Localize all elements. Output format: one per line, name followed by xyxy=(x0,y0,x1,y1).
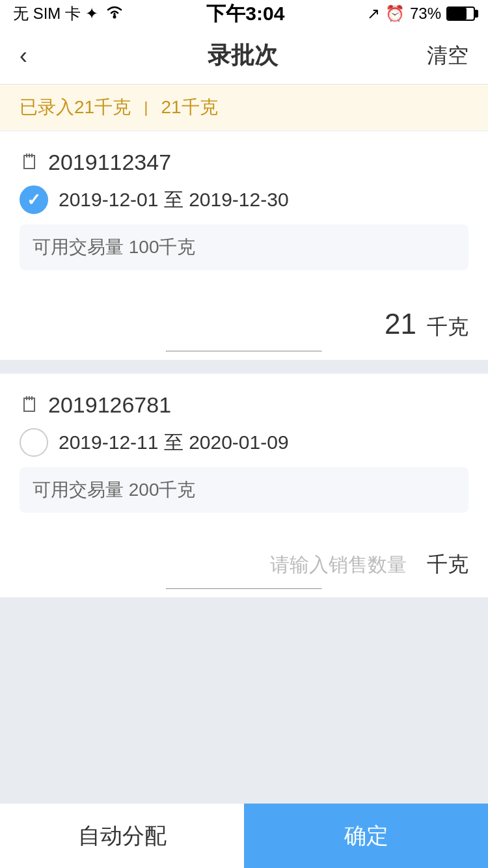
batch-date-row-2[interactable]: 2019-12-11 至 2020-01-09 xyxy=(20,428,468,457)
batch-header-2: 🗒 2019126781 xyxy=(20,392,468,418)
nav-bar: ‹ 录批次 清空 xyxy=(0,27,488,85)
confirm-button[interactable]: 确定 xyxy=(244,804,488,868)
status-bar: 无 SIM 卡 ✦ 下午3:04 ↗ ⏰ 73% xyxy=(0,0,488,27)
bottom-bar: 自动分配 确定 xyxy=(0,803,488,868)
avail-box-1: 可用交易量 100千克 xyxy=(20,224,468,270)
input-unit-2: 千克 xyxy=(427,550,468,579)
sim-label: 无 SIM 卡 ✦ xyxy=(13,3,98,24)
divider-1 xyxy=(166,351,322,352)
amount-value-1: 21 xyxy=(385,308,416,340)
location-icon: ↗ xyxy=(367,5,380,23)
batch-date-2: 2019-12-11 至 2020-01-09 xyxy=(59,429,289,456)
batch-card-1: 🗒 2019112347 ✓ 2019-12-01 至 2019-12-30 可… xyxy=(0,131,488,301)
recorded-value: 21千克 xyxy=(161,95,217,120)
batch-number-2: 2019126781 xyxy=(48,392,171,418)
alarm-icon: ⏰ xyxy=(385,5,405,23)
section-separator xyxy=(0,360,488,373)
back-button[interactable]: ‹ xyxy=(20,42,59,70)
radio-btn-1[interactable]: ✓ xyxy=(20,185,48,214)
battery-percent: 73% xyxy=(410,5,441,23)
batch-date-row-1[interactable]: ✓ 2019-12-01 至 2019-12-30 xyxy=(20,185,468,214)
status-right: ↗ ⏰ 73% xyxy=(367,5,475,23)
info-bar: 已录入21千克 | 21千克 xyxy=(0,85,488,130)
page-title: 录批次 xyxy=(208,40,278,72)
recorded-label: 已录入21千克 xyxy=(20,95,131,120)
status-time: 下午3:04 xyxy=(206,1,284,27)
input-row-2: 千克 xyxy=(0,544,488,588)
amount-unit-1: 千克 xyxy=(427,313,468,342)
radio-btn-2[interactable] xyxy=(20,428,48,457)
batch-doc-icon-2: 🗒 xyxy=(20,393,40,417)
divider-row-1 xyxy=(0,351,488,360)
batch-number-1: 2019112347 xyxy=(48,150,171,175)
radio-check-icon-1: ✓ xyxy=(27,190,41,210)
battery-icon xyxy=(446,7,475,21)
avail-box-2: 可用交易量 200千克 xyxy=(20,467,468,513)
quantity-input-2[interactable] xyxy=(221,552,416,576)
divider-row-2 xyxy=(0,588,488,597)
svg-point-0 xyxy=(113,16,116,19)
batch-card-2: 🗒 2019126781 2019-12-11 至 2020-01-09 可用交… xyxy=(0,374,488,544)
wifi-icon xyxy=(105,5,124,23)
batch-header-1: 🗒 2019112347 xyxy=(20,150,468,175)
batch-doc-icon-1: 🗒 xyxy=(20,150,40,174)
info-divider: | xyxy=(144,98,148,116)
status-left: 无 SIM 卡 ✦ xyxy=(13,3,124,24)
clear-button[interactable]: 清空 xyxy=(427,42,468,70)
divider-2 xyxy=(166,588,322,590)
batch-date-1: 2019-12-01 至 2019-12-30 xyxy=(59,187,289,213)
amount-row-1: 21 千克 xyxy=(0,301,488,351)
auto-distribute-button[interactable]: 自动分配 xyxy=(0,804,244,868)
